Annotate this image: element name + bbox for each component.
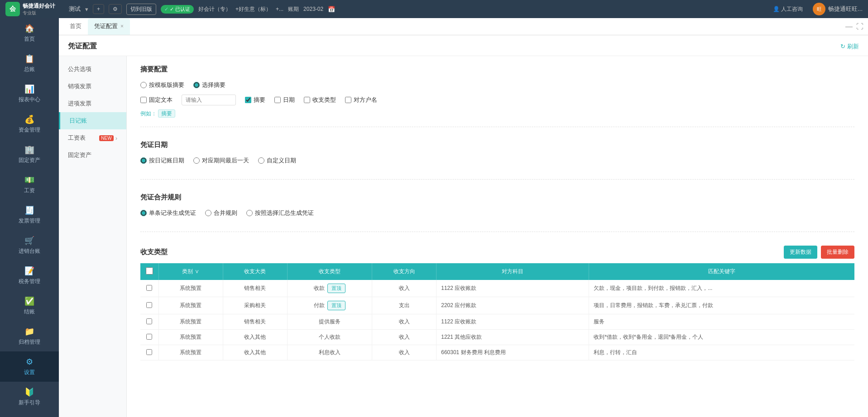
sidebar-label-funds: 资金管理 [19, 126, 40, 134]
sidebar-label-reports: 报表中心 [19, 96, 40, 104]
config-nav-sales[interactable]: 销项发票 [59, 78, 126, 95]
summary-radio-template[interactable]: 按模板版摘要 [140, 81, 184, 89]
row-type-3: 个人收款 [287, 330, 372, 345]
summary-radio-select[interactable]: 选择摘要 [193, 81, 225, 89]
content-area: 首页 凭证配置 × — ⛶ 凭证配置 ↻ 刷新 公共选项 销项发票 [59, 18, 868, 417]
home-icon: 🏠 [24, 24, 34, 33]
sidebar-item-settings[interactable]: ⚙ 设置 [0, 351, 59, 382]
sidebar-item-home[interactable]: 🏠 首页 [0, 18, 59, 48]
table-row: 系统预置 收入其他 个人收款 收入 1221 其他应收款 收到*借款，收到*备用… [140, 330, 854, 345]
row-checkbox-2[interactable] [146, 318, 152, 324]
tab-bar: 首页 凭证配置 × — ⛶ [59, 18, 868, 35]
sidebar-item-newguide[interactable]: 🔰 新手引导 [0, 382, 59, 412]
date-section: 凭证日期 按日记账日期 对应期间最后一天 自定义日期 [140, 141, 854, 180]
row-keyword-1: 项目，日常费用，报销款，车费，承兑汇票，付款 [589, 297, 854, 314]
row-type-4: 利息收入 [287, 345, 372, 360]
settings-button[interactable]: ⚙ [109, 4, 122, 14]
sidebar-item-archive[interactable]: 📁 归档管理 [0, 321, 59, 351]
sidebar-label-purchase: 进销台账 [19, 247, 40, 255]
row-direction-3: 收入 [372, 330, 436, 345]
checkbox-counterparty[interactable]: 对方户名 [345, 96, 377, 104]
logo-text: 畅捷通好会计 专业版 [23, 2, 55, 16]
dropdown-arrow[interactable]: ▾ [85, 6, 88, 13]
minimize-button[interactable]: — [845, 23, 853, 31]
row-account-3: 1221 其他应收款 [436, 330, 589, 345]
switch-old-button[interactable]: 切到旧版 [126, 4, 156, 15]
logo-icon: 会 [5, 2, 20, 16]
reset-button-0[interactable]: 置顶 [327, 284, 345, 293]
row-type-1: 付款 置顶 [287, 297, 372, 314]
sidebar-item-ledger[interactable]: 📋 总账 [0, 48, 59, 79]
config-nav-fixedassets[interactable]: 固定资产 [59, 147, 126, 164]
sidebar-item-purchase[interactable]: 🛒 进销台账 [0, 230, 59, 261]
checkbox-summary[interactable]: 摘要 [245, 96, 265, 104]
row-bigtype-3: 收入其他 [223, 330, 287, 345]
purchase-icon: 🛒 [24, 236, 34, 246]
row-bigtype-2: 销售相关 [223, 314, 287, 330]
table-col-category: 类别 ∨ [158, 263, 223, 280]
refresh-button[interactable]: ↻ 刷新 [840, 43, 859, 51]
config-nav-public[interactable]: 公共选项 [59, 61, 126, 78]
sidebar-item-member[interactable]: 👑 畅会员 [0, 412, 59, 417]
consult-button[interactable]: 👤 人工咨询 [769, 4, 806, 14]
sidebar-item-reports[interactable]: 📊 报表中心 [0, 79, 59, 109]
ledger-icon: 📋 [24, 54, 34, 64]
reset-button-1[interactable]: 置顶 [327, 301, 345, 310]
checkbox-fixed-text[interactable]: 固定文本 [140, 96, 173, 104]
add-button[interactable]: + [93, 4, 104, 14]
maximize-button[interactable]: ⛶ [856, 23, 863, 31]
date-radio-journal[interactable]: 按日记账日期 [140, 156, 184, 165]
sidebar-item-salary[interactable]: 💵 工资 [0, 170, 59, 200]
row-category-3: 系统预置 [158, 330, 223, 345]
row-checkbox-0[interactable] [146, 285, 152, 291]
check-icon: ✓ [164, 6, 168, 12]
row-type-2: 提供服务 [287, 314, 372, 330]
sidebar-item-tax[interactable]: 📝 税务管理 [0, 261, 59, 291]
calendar-icon[interactable]: 📅 [328, 6, 335, 13]
table-header-checkbox[interactable] [140, 263, 158, 280]
settings-icon: ⚙ [26, 357, 33, 367]
funds-icon: 💰 [24, 114, 34, 124]
update-data-button[interactable]: 更新数据 [784, 246, 817, 259]
sidebar-item-invoice[interactable]: 🧾 发票管理 [0, 200, 59, 230]
row-checkbox-1[interactable] [146, 302, 152, 308]
row-checkbox-3[interactable] [146, 334, 152, 340]
sidebar-label-newguide: 新手引导 [19, 399, 40, 407]
checkbox-date[interactable]: 日期 [274, 96, 295, 104]
sidebar-item-funds[interactable]: 💰 资金管理 [0, 109, 59, 139]
config-nav-payroll[interactable]: 工资表 NEW › [59, 129, 126, 147]
row-keyword-4: 利息，行转，汇自 [589, 345, 854, 360]
payment-table: 类别 ∨ 收支大类 收支类型 收支方向 对方科目 匹配关键字 [140, 263, 854, 360]
checkbox-paytype[interactable]: 收支类型 [304, 96, 336, 104]
table-row: 系统预置 销售相关 提供服务 收入 1122 应收账款 服务 [140, 314, 854, 330]
example-row: 例如： 摘要 [140, 110, 854, 118]
row-keyword-2: 服务 [589, 314, 854, 330]
row-checkbox-4[interactable] [146, 349, 152, 355]
config-nav-journal[interactable]: 日记账 [59, 112, 126, 129]
period-value: 2023-02 [303, 6, 323, 12]
user-info[interactable]: 旺 畅捷通旺旺... [813, 3, 863, 15]
tab-config[interactable]: 凭证配置 × [88, 19, 130, 35]
merge-radio-summary-gen[interactable]: 按照选择汇总生成凭证 [246, 209, 314, 217]
row-bigtype-0: 销售相关 [223, 280, 287, 297]
config-sidebar: 公共选项 销项发票 进项发票 日记账 工资表 NEW › 固定资产 [59, 56, 127, 417]
table-col-account: 对方科目 [436, 263, 589, 280]
tab-close-icon[interactable]: × [120, 23, 124, 29]
batch-delete-button[interactable]: 批量删除 [821, 246, 854, 259]
config-nav-purchase[interactable]: 进项发票 [59, 95, 126, 112]
tab-home[interactable]: 首页 [63, 19, 88, 35]
sidebar-item-settle[interactable]: ✅ 结账 [0, 291, 59, 321]
date-radio-custom[interactable]: 自定义日期 [258, 156, 296, 165]
table-row: 系统预置 采购相关 付款 置顶 支出 2202 应付账款 [140, 297, 854, 314]
date-radio-period-last[interactable]: 对应期间最后一天 [193, 156, 249, 165]
payroll-badge: NEW [99, 135, 113, 141]
fixed-text-input[interactable] [182, 95, 236, 105]
merge-radio-merge[interactable]: 合并规则 [205, 209, 237, 217]
person-icon: 👤 [773, 6, 780, 12]
row-bigtype-1: 采购相关 [223, 297, 287, 314]
sidebar-item-assets[interactable]: 🏢 固定资产 [0, 139, 59, 170]
merge-radio-single[interactable]: 单条记录生成凭证 [140, 209, 196, 217]
row-keyword-0: 欠款，现金，项目款，到付款，报销款，汇入，... [589, 280, 854, 297]
table-actions: 更新数据 批量删除 [784, 246, 854, 259]
payroll-arrow-icon: › [115, 135, 117, 142]
